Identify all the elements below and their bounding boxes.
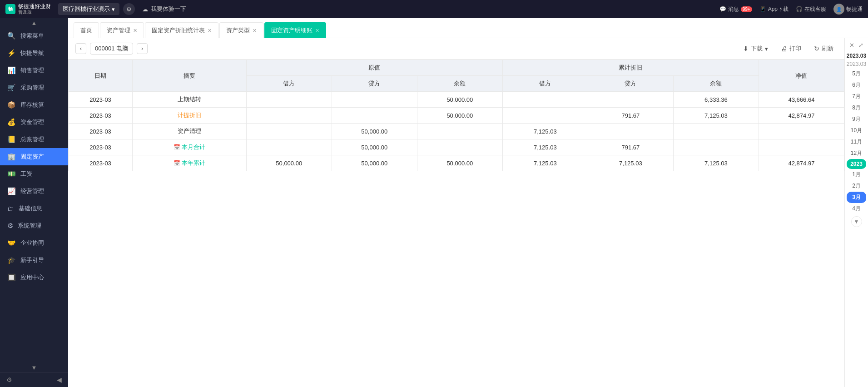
col-header-accumulated-depreciation: 累计折旧 <box>502 60 759 76</box>
timeline-month-11[interactable]: 11月 <box>845 136 868 148</box>
sidebar-item-ledger[interactable]: 📒 总账管理 <box>0 131 68 148</box>
cell-date: 2023-03 <box>69 124 133 139</box>
timeline-month-3-active[interactable]: 3月 <box>847 192 866 203</box>
table-row: 2023-03 上期结转 50,000.00 6,333.36 43,666.6… <box>69 92 844 108</box>
timeline-month-7[interactable]: 7月 <box>845 91 868 102</box>
timeline-month-2[interactable]: 2月 <box>845 180 868 192</box>
tab-home[interactable]: 首页 <box>74 22 99 38</box>
tab-depreciation-close[interactable]: ✕ <box>208 28 212 34</box>
cell-accum-balance <box>673 124 759 139</box>
timeline-month-8[interactable]: 8月 <box>845 102 868 114</box>
sidebar-item-purchase[interactable]: 🛒 采购管理 <box>0 79 68 96</box>
sidebar-item-label: 采购管理 <box>20 84 44 92</box>
cell-accum-credit: 791.67 <box>588 108 673 124</box>
quicknav-icon: ⚡ <box>7 49 16 57</box>
timeline-year-2023[interactable]: 2023 <box>847 159 866 169</box>
nav-prev-button[interactable]: ‹ <box>75 43 86 54</box>
cell-net-value <box>759 124 844 139</box>
download-button[interactable]: ⬇ 下载 ▾ <box>739 43 772 55</box>
timeline-month-5[interactable]: 5月 <box>845 68 868 79</box>
online-service-label: 在线客服 <box>804 5 826 13</box>
sidebar-item-ops[interactable]: 📈 经营管理 <box>0 183 68 200</box>
sidebar-item-system[interactable]: ⚙ 系统管理 <box>0 217 68 234</box>
sidebar-item-search[interactable]: 🔍 搜索菜单 <box>0 27 68 45</box>
sidebar-item-salary[interactable]: 💵 工资 <box>0 165 68 183</box>
edition-label: 普及版 <box>18 10 51 15</box>
cell-orig-debit <box>246 124 332 139</box>
cell-orig-credit <box>332 92 417 108</box>
tab-detail[interactable]: 固定资产明细账 ✕ <box>264 22 326 38</box>
refresh-button[interactable]: ↻ 刷新 <box>810 43 837 55</box>
settings-icon[interactable]: ⚙ <box>123 3 135 15</box>
online-service-action[interactable]: 🎧 在线客服 <box>796 5 826 13</box>
close-panel-icon[interactable]: ✕ <box>848 40 857 50</box>
asset-code: 000001 电脑 <box>95 45 128 52</box>
nav-next-button[interactable]: › <box>137 43 148 54</box>
col-header-date: 日期 <box>69 60 133 92</box>
col-header-summary: 摘要 <box>133 60 247 92</box>
timeline-scroll-down[interactable]: ▼ <box>851 216 862 227</box>
print-icon: 🖨 <box>781 45 787 52</box>
sidebar-item-label: 固定资产 <box>20 153 44 161</box>
app-download-action[interactable]: 📱 App下载 <box>759 5 789 13</box>
user-action[interactable]: 👤 畅捷通 <box>833 4 863 15</box>
sidebar-item-label: 库存核算 <box>20 101 44 109</box>
experience-btn[interactable]: ☁ 我要体验一下 <box>142 5 186 13</box>
tab-depreciation[interactable]: 固定资产折旧统计表 ✕ <box>145 22 218 38</box>
sidebar-item-quicknav[interactable]: ⚡ 快捷导航 <box>0 45 68 62</box>
tab-detail-close[interactable]: ✕ <box>315 28 319 34</box>
sidebar-item-apps[interactable]: 🔲 应用中心 <box>0 269 68 286</box>
ops-icon: 📈 <box>7 187 16 195</box>
cell-summary: 资产清理 <box>133 124 247 139</box>
sidebar-item-base[interactable]: 🗂 基础信息 <box>0 200 68 217</box>
sidebar: ▲ 🔍 搜索菜单 ⚡ 快捷导航 📊 销售管理 🛒 采购管理 📦 库存核算 <box>0 18 68 387</box>
ledger-icon: 📒 <box>7 135 16 144</box>
cell-orig-credit: 50,000.00 <box>332 124 417 139</box>
inventory-icon: 📦 <box>7 101 16 109</box>
collapse-icon[interactable]: ◀ <box>57 376 62 383</box>
sidebar-item-sales[interactable]: 📊 销售管理 <box>0 62 68 79</box>
sidebar-item-fixed-assets[interactable]: 🏢 固定资产 <box>0 148 68 165</box>
cell-date: 2023-03 <box>69 139 133 155</box>
table-row: 2023-03 计提折旧 50,000.00 791.67 7,125.03 4… <box>69 108 844 124</box>
top-actions: 💬 消息 99+ 📱 App下载 🎧 在线客服 👤 畅捷通 <box>719 4 863 15</box>
cloud-icon: ☁ <box>142 6 148 13</box>
tab-assets-close[interactable]: ✕ <box>133 28 137 34</box>
tab-asset-type[interactable]: 资产类型 ✕ <box>219 22 263 38</box>
timeline-month-12[interactable]: 12月 <box>845 148 868 159</box>
timeline-month-9[interactable]: 9月 <box>845 114 868 125</box>
settings-bottom-icon[interactable]: ⚙ <box>6 376 12 383</box>
company-selector[interactable]: 医疗器械行业演示 ▾ <box>58 3 119 15</box>
col-sub-accum-credit: 贷方 <box>588 76 673 92</box>
expand-panel-icon[interactable]: ⤢ <box>857 40 866 50</box>
message-action[interactable]: 💬 消息 99+ <box>719 5 752 13</box>
sidebar-item-guide[interactable]: 🎓 新手引导 <box>0 252 68 269</box>
timeline-month-10[interactable]: 10月 <box>845 125 868 136</box>
timeline-month-6[interactable]: 6月 <box>845 79 868 91</box>
cell-accum-debit: 7,125.03 <box>502 139 588 155</box>
cell-accum-credit: 791.67 <box>588 139 673 155</box>
sidebar-item-inventory[interactable]: 📦 库存核算 <box>0 96 68 114</box>
cell-summary: 上期结转 <box>133 92 247 108</box>
print-button[interactable]: 🖨 打印 <box>777 43 805 55</box>
cell-net-value <box>759 139 844 155</box>
cell-net-value: 43,666.64 <box>759 92 844 108</box>
timeline-month-4[interactable]: 4月 <box>845 203 868 214</box>
tab-asset-type-close[interactable]: ✕ <box>253 28 257 34</box>
refresh-icon: ↻ <box>814 45 819 52</box>
cell-orig-credit: 50,000.00 <box>332 155 417 171</box>
sidebar-item-collab[interactable]: 🤝 企业协同 <box>0 234 68 252</box>
col-sub-orig-credit: 贷方 <box>332 76 417 92</box>
refresh-label: 刷新 <box>822 45 833 53</box>
tab-home-label: 首页 <box>80 26 92 35</box>
sidebar-scroll-down[interactable]: ▼ <box>0 363 68 372</box>
download-icon: 📱 <box>759 6 766 12</box>
sidebar-item-finance[interactable]: 💰 资金管理 <box>0 114 68 131</box>
cell-orig-balance <box>417 124 502 139</box>
table-row: 2023-03 资产清理 50,000.00 7,125.03 <box>69 124 844 139</box>
avatar: 👤 <box>833 4 844 15</box>
timeline-month-1[interactable]: 1月 <box>845 169 868 180</box>
sales-icon: 📊 <box>7 66 16 74</box>
sidebar-scroll-up[interactable]: ▲ <box>0 18 68 27</box>
tab-assets[interactable]: 资产管理 ✕ <box>100 22 144 38</box>
